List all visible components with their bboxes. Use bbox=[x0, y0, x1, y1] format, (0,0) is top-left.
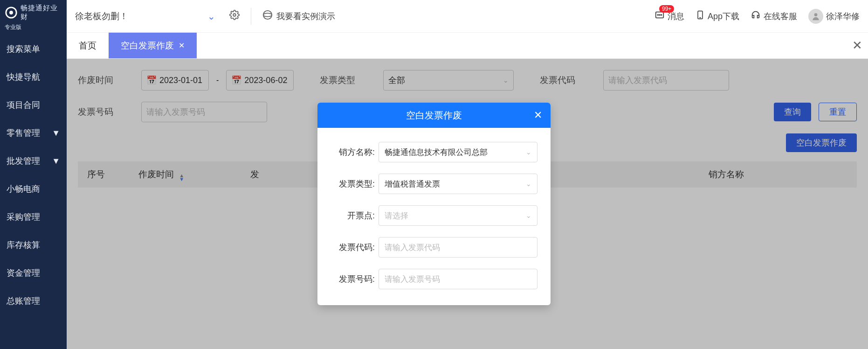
modal-code-input[interactable]: 请输入发票代码 bbox=[379, 237, 537, 258]
sidebar-item-label: 总账管理 bbox=[7, 295, 40, 307]
seller-select[interactable]: 畅捷通信息技术有限公司总部 ⌄ bbox=[379, 142, 537, 162]
chevron-down-icon: ▼ bbox=[52, 156, 60, 166]
messages-link[interactable]: 99+ 消息 bbox=[654, 10, 684, 22]
user-name: 徐泽华修 bbox=[826, 11, 860, 22]
sidebar-item-label: 采购管理 bbox=[7, 211, 40, 223]
chevron-down-icon: ⌄ bbox=[526, 212, 531, 219]
sidebar-item-label: 资金管理 bbox=[7, 267, 40, 279]
svg-point-3 bbox=[263, 11, 272, 19]
select-placeholder: 请选择 bbox=[385, 210, 408, 221]
sidebar-item-label: 搜索菜单 bbox=[7, 43, 40, 55]
sidebar-item-purchase-mgmt[interactable]: 采购管理 bbox=[0, 203, 67, 231]
user-menu[interactable]: 徐泽华修 bbox=[808, 9, 860, 24]
chevron-down-icon: ⌄ bbox=[526, 180, 531, 188]
svg-point-4 bbox=[263, 13, 272, 16]
app-download-label: App下载 bbox=[708, 11, 739, 22]
brand-logo: 畅捷通好业财 bbox=[0, 0, 67, 23]
org-selector-arrow[interactable]: ⌄ bbox=[207, 11, 215, 22]
svg-point-2 bbox=[233, 14, 236, 16]
sidebar: 畅捷通好业财 专业版 搜索菜单 快捷导航 项目合同 零售管理▼ 批发管理▼ 小畅… bbox=[0, 0, 67, 349]
billing-point-select[interactable]: 请选择 ⌄ bbox=[379, 205, 537, 226]
chevron-down-icon: ⌄ bbox=[526, 148, 531, 156]
phone-icon bbox=[696, 10, 705, 22]
tab-blank-invoice-void[interactable]: 空白发票作废 ✕ bbox=[109, 33, 197, 58]
brand-edition: 专业版 bbox=[0, 23, 67, 35]
tab-label: 首页 bbox=[79, 40, 96, 52]
sidebar-item-wholesale-mgmt[interactable]: 批发管理▼ bbox=[0, 147, 67, 175]
chevron-down-icon: ▼ bbox=[52, 128, 60, 138]
sidebar-item-ecommerce[interactable]: 小畅电商 bbox=[0, 175, 67, 203]
sidebar-item-label: 零售管理 bbox=[7, 127, 40, 139]
headset-icon bbox=[751, 10, 761, 22]
demo-link[interactable]: 我要看实例演示 bbox=[262, 10, 335, 22]
customer-service-label: 在线客服 bbox=[764, 11, 797, 22]
sidebar-item-search-menu[interactable]: 搜索菜单 bbox=[0, 35, 67, 63]
close-all-tabs[interactable]: ✕ bbox=[847, 33, 868, 58]
tabs-bar: 首页 空白发票作废 ✕ ✕ bbox=[67, 33, 868, 59]
svg-point-11 bbox=[814, 13, 818, 16]
modal-code-label: 发票代码: bbox=[331, 242, 375, 253]
sidebar-item-label: 小畅电商 bbox=[7, 183, 40, 195]
svg-point-6 bbox=[657, 14, 658, 15]
brand-name: 畅捷通好业财 bbox=[21, 4, 62, 21]
settings-icon[interactable] bbox=[229, 10, 240, 22]
sidebar-item-ledger-mgmt[interactable]: 总账管理 bbox=[0, 287, 67, 315]
sidebar-item-inventory-calc[interactable]: 库存核算 bbox=[0, 231, 67, 259]
sidebar-item-project-contract[interactable]: 项目合同 bbox=[0, 91, 67, 119]
input-placeholder: 请输入发票代码 bbox=[385, 242, 440, 253]
divider bbox=[251, 8, 251, 25]
svg-point-7 bbox=[659, 14, 660, 15]
brand-icon bbox=[5, 6, 18, 20]
modal-number-input[interactable]: 请输入发票号码 bbox=[379, 269, 537, 289]
sidebar-item-label: 批发管理 bbox=[7, 155, 40, 167]
demo-link-label: 我要看实例演示 bbox=[276, 11, 335, 22]
customer-service-link[interactable]: 在线客服 bbox=[751, 10, 797, 22]
modal-invoice-type-select[interactable]: 增值税普通发票 ⌄ bbox=[379, 174, 537, 194]
sidebar-item-retail-mgmt[interactable]: 零售管理▼ bbox=[0, 119, 67, 147]
header: 徐老板勿删！ ⌄ 我要看实例演示 99+ 消息 App下载 在线客服 bbox=[67, 0, 868, 33]
tab-label: 空白发票作废 bbox=[121, 40, 174, 52]
modal-title: 空白发票作废 bbox=[406, 109, 462, 122]
modal-body: 销方名称: 畅捷通信息技术有限公司总部 ⌄ 发票类型: 增值税普通发票 ⌄ 开票… bbox=[317, 128, 551, 305]
modal-header: 空白发票作废 ✕ bbox=[317, 103, 551, 128]
globe-icon bbox=[262, 10, 273, 22]
close-icon[interactable]: ✕ bbox=[179, 41, 185, 50]
void-invoice-modal: 空白发票作废 ✕ 销方名称: 畅捷通信息技术有限公司总部 ⌄ 发票类型: 增值税… bbox=[317, 103, 551, 305]
seller-label: 销方名称: bbox=[331, 147, 375, 158]
sidebar-item-fund-mgmt[interactable]: 资金管理 bbox=[0, 259, 67, 287]
messages-badge: 99+ bbox=[659, 5, 674, 13]
app-download-link[interactable]: App下载 bbox=[696, 10, 739, 22]
tab-home[interactable]: 首页 bbox=[67, 33, 109, 58]
select-value: 增值税普通发票 bbox=[385, 179, 440, 189]
select-value: 畅捷通信息技术有限公司总部 bbox=[385, 147, 488, 158]
modal-invoice-type-label: 发票类型: bbox=[331, 178, 375, 189]
org-selector-text: 徐老板勿删！ bbox=[75, 10, 196, 22]
modal-close-button[interactable]: ✕ bbox=[534, 109, 542, 121]
avatar bbox=[808, 9, 823, 24]
sidebar-item-quick-nav[interactable]: 快捷导航 bbox=[0, 63, 67, 91]
sidebar-item-label: 快捷导航 bbox=[7, 71, 40, 83]
billing-point-label: 开票点: bbox=[331, 210, 375, 221]
svg-point-8 bbox=[661, 14, 662, 15]
sidebar-item-label: 库存核算 bbox=[7, 239, 40, 251]
sidebar-item-label: 项目合同 bbox=[7, 99, 40, 111]
svg-point-1 bbox=[9, 11, 13, 14]
modal-number-label: 发票号码: bbox=[331, 273, 375, 285]
input-placeholder: 请输入发票号码 bbox=[385, 274, 440, 285]
